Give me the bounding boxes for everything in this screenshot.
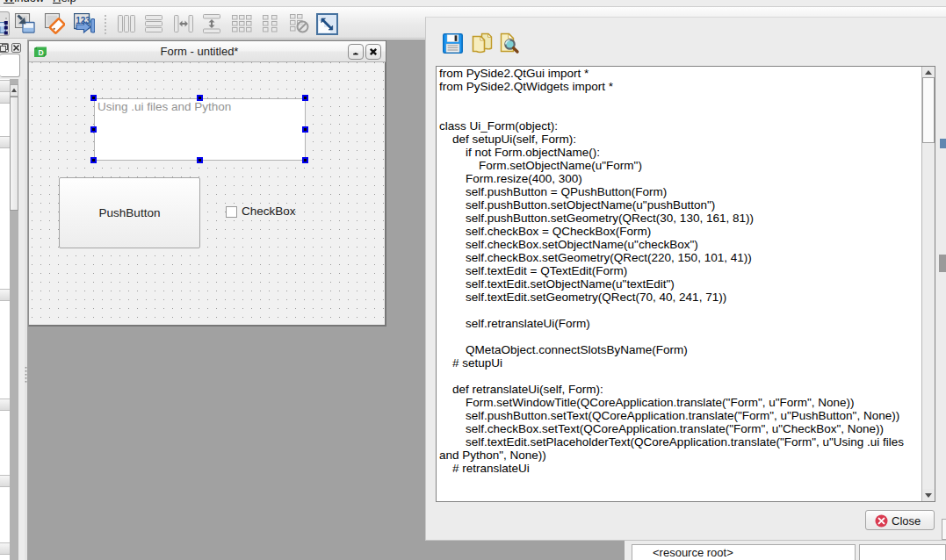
svg-text:D: D xyxy=(39,48,44,57)
svg-text:123: 123 xyxy=(76,16,90,25)
